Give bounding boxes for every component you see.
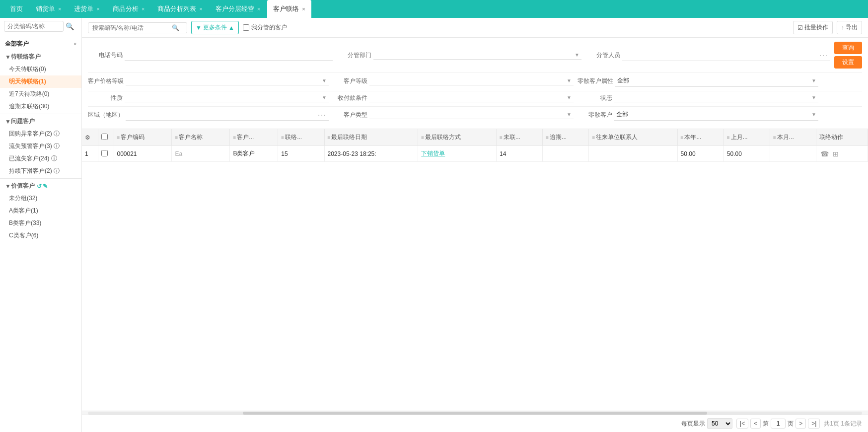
nav-sales-order[interactable]: 销货单 × xyxy=(30,0,67,18)
sidebar-item-churned[interactable]: 已流失客户(24) ⓘ xyxy=(0,152,81,165)
nav-customer-contact[interactable]: 客户联络 × xyxy=(267,0,311,18)
close-icon[interactable]: × xyxy=(142,6,145,12)
sidebar-category-value[interactable]: ▼ 价值客户 ↺ ✎ xyxy=(0,180,81,192)
more-action-icon[interactable]: ⊞ xyxy=(833,150,839,158)
filter-region: 区域（地区） ··· xyxy=(88,109,329,121)
filter-search-input[interactable] xyxy=(92,24,172,31)
per-page-select[interactable]: 50 100 200 xyxy=(707,418,732,429)
my-customers-checkbox[interactable] xyxy=(243,24,249,31)
sidebar-item-ungrouped[interactable]: 未分组(32) xyxy=(0,192,81,205)
sidebar-all-customers[interactable]: 全部客户 « xyxy=(0,37,81,51)
edit-icon[interactable]: ✎ xyxy=(43,183,48,190)
person-select[interactable]: ··· xyxy=(622,50,830,61)
filter-search-box[interactable]: 🔍 xyxy=(88,22,187,33)
checkbox-icon: ☑ xyxy=(797,24,803,31)
chevron-down-icon: ▼ xyxy=(322,95,327,100)
sidebar-search-icon[interactable]: 🔍 xyxy=(66,22,74,30)
customer-table: ⚙ ≡客户编码 ≡客户名称 ≡客户... ≡联络... ≡最后联络日期 ≡最后联… xyxy=(82,129,868,162)
row-last-contact-method[interactable]: 下销货单 xyxy=(418,146,497,162)
col-customer-name[interactable]: ≡客户名称 xyxy=(172,129,230,146)
close-icon[interactable]: × xyxy=(257,6,260,12)
customer-type-select[interactable]: ▼ xyxy=(369,110,574,119)
filter-row-4: 区域（地区） ··· 客户类型 ▼ 零散客户 全部 xyxy=(88,109,862,121)
nature-select[interactable]: ▼ xyxy=(125,93,329,102)
row-select-checkbox[interactable] xyxy=(101,150,108,156)
chevron-down-icon: ▼ xyxy=(567,112,572,117)
pagination: |< < 第 页 > >| xyxy=(736,419,820,429)
select-all-checkbox[interactable] xyxy=(101,134,108,140)
phone-input[interactable] xyxy=(125,50,333,61)
nav-home[interactable]: 首页 xyxy=(4,0,29,18)
col-this-month[interactable]: ≡本月... xyxy=(770,129,816,146)
col-customer-code[interactable]: ≡客户编码 xyxy=(114,129,172,146)
filter-person: 分管人员 ··· xyxy=(585,50,830,61)
batch-operation-button[interactable]: ☑ 批量操作 xyxy=(793,21,833,34)
filter-toolbar: 🔍 ▼ 更多条件 ▲ 我分管的客户 ☑ 批量操作 ↑ 导出 xyxy=(82,18,868,38)
row-checkbox[interactable] xyxy=(98,146,114,162)
retail-customer-select[interactable]: 全部 ▼ xyxy=(614,109,818,121)
chevron-down-icon: ▼ xyxy=(567,78,572,83)
sidebar-item-churn-warning[interactable]: 流失预警客户(3) ⓘ xyxy=(0,140,81,152)
payment-terms-select[interactable]: ▼ xyxy=(369,93,574,102)
sidebar-item-class-b[interactable]: B类客户(33) xyxy=(0,217,81,229)
nav-customer-segment[interactable]: 客户分层经营 × xyxy=(210,0,266,18)
col-no-contact-days[interactable]: ≡未联... xyxy=(497,129,543,146)
export-button[interactable]: ↑ 导出 xyxy=(837,21,862,34)
contact-icon[interactable]: ☎ xyxy=(820,150,829,158)
sidebar-category-problem[interactable]: ▼ 问题客户 xyxy=(0,115,81,128)
filter-customer-level: 客户等级 ▼ xyxy=(333,76,574,85)
sidebar-item-7day-pending[interactable]: 近7天待联络(0) xyxy=(0,88,81,100)
close-icon[interactable]: × xyxy=(199,6,202,12)
close-icon[interactable]: × xyxy=(302,6,305,12)
horizontal-scrollbar[interactable] xyxy=(82,411,868,415)
nav-purchase-order[interactable]: 进货单 × xyxy=(68,0,105,18)
sidebar-item-abnormal-repurchase[interactable]: 回购异常客户(2) ⓘ xyxy=(0,128,81,140)
filter-retail-customer: 零散客户 全部 ▼ xyxy=(578,109,818,121)
sidebar-item-class-c[interactable]: C类客户(6) xyxy=(0,229,81,242)
col-overdue[interactable]: ≡逾期... xyxy=(543,129,589,146)
more-conditions-button[interactable]: ▼ 更多条件 ▲ xyxy=(191,21,239,34)
dept-select[interactable]: ▼ xyxy=(373,51,581,60)
table-header-row: ⚙ ≡客户编码 ≡客户名称 ≡客户... ≡联络... ≡最后联络日期 ≡最后联… xyxy=(82,129,868,146)
filter-search-icon[interactable]: 🔍 xyxy=(172,24,179,31)
close-icon[interactable]: × xyxy=(96,6,99,12)
sidebar-item-overdue[interactable]: 逾期未联络(30) xyxy=(0,100,81,113)
status-select[interactable]: ▼ xyxy=(614,93,818,102)
customer-level-select[interactable]: ▼ xyxy=(369,76,574,85)
row-contact-person xyxy=(589,146,677,162)
row-name: Ea xyxy=(172,146,230,162)
last-page-button[interactable]: >| xyxy=(808,419,820,429)
retail-attr-select[interactable]: 全部 ▼ xyxy=(615,75,818,87)
sidebar-item-class-a[interactable]: A类客户(1) xyxy=(0,205,81,217)
sidebar-item-tomorrow-pending[interactable]: 明天待联络(1) xyxy=(0,75,81,88)
close-icon[interactable]: × xyxy=(58,6,61,12)
col-contact-person[interactable]: ≡往来单位联系人 xyxy=(589,129,677,146)
settings-button[interactable]: 设置 xyxy=(834,56,862,69)
query-button[interactable]: 查询 xyxy=(834,42,862,54)
sidebar-search-input[interactable] xyxy=(4,21,64,32)
price-level-select[interactable]: ▼ xyxy=(126,76,329,85)
sidebar-category-pending[interactable]: ▼ 待联络客户 xyxy=(0,51,81,63)
refresh-icon[interactable]: ↺ xyxy=(37,183,42,190)
my-customers-filter[interactable]: 我分管的客户 xyxy=(243,23,287,32)
sidebar-item-declining[interactable]: 持续下滑客户(2) ⓘ xyxy=(0,165,81,177)
col-customer-type[interactable]: ≡客户... xyxy=(230,129,278,146)
col-last-month[interactable]: ≡上月... xyxy=(723,129,770,146)
settings-header[interactable]: ⚙ xyxy=(82,129,98,146)
nav-product-analysis[interactable]: 商品分析 × xyxy=(107,0,150,18)
col-last-contact-date[interactable]: ≡最后联络日期 xyxy=(324,129,418,146)
prev-page-button[interactable]: < xyxy=(750,419,761,429)
filter-actions: ☑ 批量操作 ↑ 导出 xyxy=(793,21,862,34)
page-input[interactable] xyxy=(771,419,786,429)
col-last-contact-method[interactable]: ≡最后联络方式 xyxy=(418,129,497,146)
col-contact-count[interactable]: ≡联络... xyxy=(278,129,324,146)
more-icon: ··· xyxy=(819,51,828,59)
col-this-year[interactable]: ≡本年... xyxy=(677,129,723,146)
filter-row-2: 客户价格等级 ▼ 客户等级 ▼ 零散客户属性 全部 xyxy=(88,75,862,87)
region-select[interactable]: ··· xyxy=(126,109,329,121)
checkbox-header[interactable] xyxy=(98,129,114,146)
next-page-button[interactable]: > xyxy=(796,419,806,429)
first-page-button[interactable]: |< xyxy=(736,419,748,429)
sidebar-item-today-pending[interactable]: 今天待联络(0) xyxy=(0,63,81,75)
nav-product-analysis-list[interactable]: 商品分析列表 × xyxy=(151,0,208,18)
